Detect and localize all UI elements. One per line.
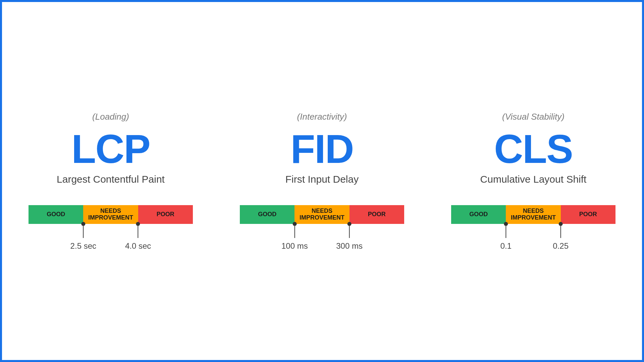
tick-line-icon [138,226,139,238]
metric-fullname: Largest Contentful Paint [57,174,165,185]
threshold-tick-high: 4.0 sec [125,224,151,251]
threshold-ticks: 100 ms 300 ms [240,224,404,251]
threshold-low-label: 100 ms [281,241,308,251]
metric-category: (Interactivity) [297,112,347,122]
threshold-bar: GOOD NEEDSIMPROVEMENT POOR [29,205,193,224]
tick-dot-icon [504,222,508,226]
tick-dot-icon [292,222,297,226]
tick-line-icon [560,226,561,238]
segment-needs-improvement: NEEDSIMPROVEMENT [506,205,560,224]
threshold-bar: GOOD NEEDSIMPROVEMENT POOR [451,205,615,224]
tick-dot-icon [136,222,140,226]
metric-fullname: First Input Delay [285,174,359,185]
tick-dot-icon [559,222,563,226]
diagram-frame: (Loading) LCP Largest Contentful Paint G… [0,0,644,362]
tick-line-icon [294,226,295,238]
segment-good: GOOD [451,205,506,224]
metric-cls: (Visual Stability) CLS Cumulative Layout… [451,112,615,251]
metric-abbr: LCP [71,129,150,169]
metric-fid: (Interactivity) FID First Input Delay GO… [240,112,404,251]
metrics-row: (Loading) LCP Largest Contentful Paint G… [2,112,642,251]
metric-fullname: Cumulative Layout Shift [480,174,587,185]
segment-good: GOOD [29,205,83,224]
metric-lcp: (Loading) LCP Largest Contentful Paint G… [29,112,193,251]
threshold-tick-low: 2.5 sec [70,224,96,251]
threshold-tick-high: 0.25 [553,224,569,251]
threshold-tick-high: 300 ms [336,224,363,251]
threshold-high-label: 4.0 sec [125,241,151,251]
threshold-low-label: 0.1 [500,241,512,251]
segment-needs-improvement: NEEDSIMPROVEMENT [294,205,349,224]
threshold-ticks: 2.5 sec 4.0 sec [29,224,193,251]
threshold-tick-low: 100 ms [281,224,308,251]
tick-dot-icon [347,222,352,226]
metric-category: (Visual Stability) [502,112,565,122]
threshold-low-label: 2.5 sec [70,241,96,251]
segment-poor: POOR [350,205,404,224]
threshold-bar: GOOD NEEDSIMPROVEMENT POOR [240,205,404,224]
tick-line-icon [83,226,84,238]
metric-abbr: FID [290,129,353,169]
threshold-high-label: 300 ms [336,241,363,251]
segment-good: GOOD [240,205,294,224]
tick-line-icon [505,226,506,238]
segment-poor: POOR [561,205,615,224]
segment-poor: POOR [138,205,193,224]
metric-category: (Loading) [92,112,129,122]
threshold-tick-low: 0.1 [500,224,512,251]
tick-line-icon [349,226,350,238]
threshold-ticks: 0.1 0.25 [451,224,615,251]
threshold-high-label: 0.25 [553,241,569,251]
tick-dot-icon [81,222,85,226]
segment-needs-improvement: NEEDSIMPROVEMENT [83,205,138,224]
metric-abbr: CLS [494,129,573,169]
